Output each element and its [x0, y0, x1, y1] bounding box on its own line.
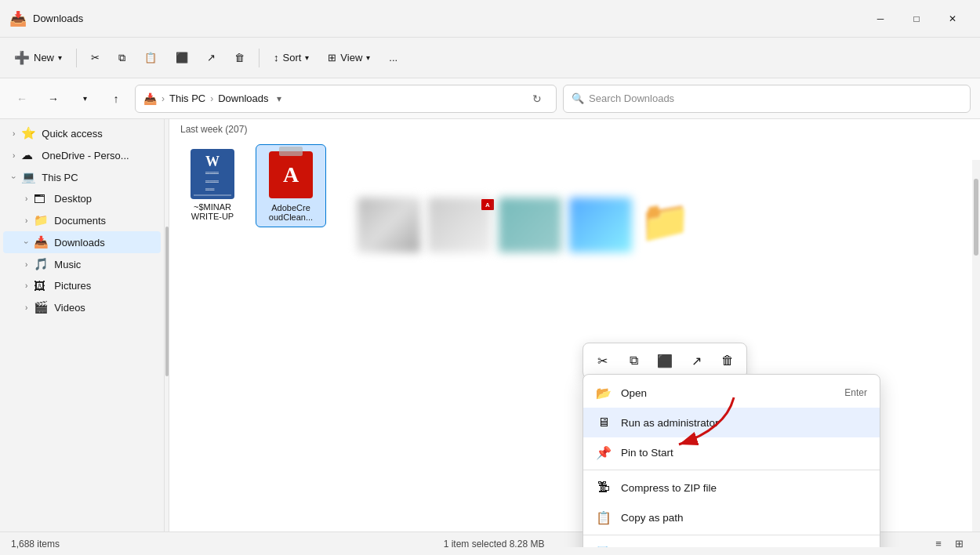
move-button[interactable]: ⬛ — [168, 44, 196, 72]
view-label: View — [340, 52, 362, 63]
maximize-button[interactable]: □ — [898, 0, 935, 38]
more-button[interactable]: ... — [381, 44, 405, 72]
blurred-item-3 — [499, 198, 561, 252]
file-grid: W ════════ ~$MINAR WRITE-UP A — [169, 136, 980, 235]
context-menu-divider-2 — [583, 535, 880, 535]
sidebar-item-pictures[interactable]: › 🖼 Pictures — [3, 275, 161, 296]
context-menu-item-open[interactable]: 📂 Open Enter — [583, 378, 880, 408]
main-layout: › ⭐ Quick access › ☁ OneDrive - Perso...… — [0, 119, 980, 547]
context-menu: 📂 Open Enter 🖥 Run as administrator 📌 Pi… — [583, 374, 880, 547]
sidebar-label-this-pc: This PC — [42, 172, 78, 183]
new-icon: ➕ — [14, 50, 30, 65]
sidebar-label-quick-access: Quick access — [42, 128, 102, 140]
toolbar-separator-2 — [259, 49, 260, 67]
sidebar-item-videos[interactable]: › 🎬 Videos — [3, 296, 161, 318]
addressbar-chevron-icon[interactable]: ▾ — [277, 93, 281, 104]
open-label: Open — [621, 387, 835, 399]
sidebar-item-downloads[interactable]: › 📥 Downloads — [3, 231, 161, 253]
sidebar-item-music[interactable]: › 🎵 Music — [3, 253, 161, 275]
content-scroll-thumb[interactable] — [974, 179, 978, 256]
move-icon: ⬛ — [176, 52, 188, 63]
search-bar[interactable]: 🔍 Search Downloads — [563, 85, 971, 113]
expand-arrow-icon: › — [25, 260, 27, 269]
view-chevron-icon: ▾ — [366, 53, 370, 62]
grid-view-button[interactable]: ⊞ — [949, 534, 969, 554]
copy-as-path-label: Copy as path — [621, 512, 867, 524]
this-pc-icon: 💻 — [21, 170, 37, 184]
sidebar-scroll-thumb[interactable] — [165, 227, 169, 376]
word-icon: W ════════ — [191, 149, 234, 199]
paste-button[interactable]: 📋 — [136, 44, 165, 72]
breadcrumb-this-pc[interactable]: This PC — [169, 92, 205, 104]
context-menu-item-copy-as-path[interactable]: 📋 Copy as path — [583, 502, 880, 532]
run-as-admin-icon: 🖥 — [596, 415, 612, 430]
expand-arrow-icon: › — [25, 281, 27, 290]
sidebar-item-this-pc[interactable]: › 💻 This PC — [3, 166, 161, 188]
ctx-cut-button[interactable]: ✂ — [590, 348, 615, 373]
delete-button[interactable]: 🗑 — [227, 44, 252, 72]
sidebar-item-onedrive[interactable]: › ☁ OneDrive - Perso... — [3, 144, 161, 166]
view-button[interactable]: ⊞ View ▾ — [320, 44, 378, 72]
context-menu-item-compress-zip[interactable]: 🗜 Compress to ZIP file — [583, 473, 880, 502]
new-button[interactable]: ➕ New ▾ — [6, 44, 70, 72]
titlebar: 📥 Downloads ─ □ ✕ — [0, 0, 980, 38]
statusbar-selected-info: 1 item selected 8.28 MB — [444, 539, 545, 550]
ctx-copy-button[interactable]: ⧉ — [621, 348, 646, 373]
content-scrollbar[interactable] — [972, 160, 980, 542]
copy-button[interactable]: ⧉ — [111, 44, 133, 72]
toolbar-separator-1 — [76, 49, 77, 67]
documents-icon: 📁 — [34, 213, 49, 227]
back-button[interactable]: ← — [9, 86, 34, 111]
properties-label: Properties — [621, 547, 818, 548]
sort-label: Sort — [283, 52, 302, 63]
sidebar-item-desktop[interactable]: › 🗔 Desktop — [3, 188, 161, 209]
new-chevron-icon: ▾ — [58, 53, 62, 62]
ctx-move-button[interactable]: ⬛ — [652, 348, 677, 373]
context-menu-item-run-as-admin[interactable]: 🖥 Run as administrator — [583, 408, 880, 437]
onedrive-icon: ☁ — [21, 148, 37, 162]
list-item[interactable]: A AdobeCre oudClean... — [256, 144, 326, 227]
expand-arrow-icon: › — [25, 194, 27, 203]
minimize-button[interactable]: ─ — [862, 0, 898, 38]
sort-button[interactable]: ↕ Sort ▾ — [266, 44, 317, 72]
ctx-delete-button[interactable]: 🗑 — [715, 348, 740, 373]
toolbar: ➕ New ▾ ✂ ⧉ 📋 ⬛ ↗ 🗑 ↕ Sort ▾ ⊞ View ▾ ..… — [0, 38, 980, 78]
share-button[interactable]: ↗ — [199, 44, 223, 72]
search-icon: 🔍 — [572, 92, 584, 104]
file-name: AdobeCre oudClean... — [261, 203, 321, 222]
sort-icon: ↕ — [274, 52, 279, 63]
address-bar[interactable]: 📥 › This PC › Downloads ▾ ↻ — [135, 85, 557, 113]
list-view-button[interactable]: ≡ — [928, 534, 949, 554]
expand-arrow-icon: › — [13, 129, 15, 138]
sidebar-item-quick-access[interactable]: › ⭐ Quick access — [3, 122, 161, 144]
addressbar-row: ← → ▾ ↑ 📥 › This PC › Downloads ▾ ↻ 🔍 Se… — [0, 78, 980, 119]
context-menu-item-pin-to-start[interactable]: 📌 Pin to Start — [583, 437, 880, 467]
sidebar-label-downloads: Downloads — [54, 237, 104, 248]
adobe-thumb: A — [266, 150, 316, 200]
pin-to-start-icon: 📌 — [596, 444, 612, 460]
breadcrumb-separator-2: › — [210, 93, 213, 104]
section-label: Last week (207) — [169, 119, 980, 136]
paste-icon: 📋 — [144, 52, 157, 63]
blurred-items-row: A 📁 — [358, 198, 691, 252]
sidebar-label-pictures: Pictures — [54, 280, 91, 292]
ctx-share-button[interactable]: ↗ — [684, 348, 709, 373]
sidebar: › ⭐ Quick access › ☁ OneDrive - Perso...… — [0, 119, 165, 547]
desktop-icon: 🗔 — [34, 192, 49, 205]
expand-arrow-icon: › — [13, 151, 15, 160]
list-item[interactable]: W ════════ ~$MINAR WRITE-UP — [177, 144, 248, 227]
compress-zip-label: Compress to ZIP file — [621, 482, 867, 494]
quick-access-icon: ⭐ — [21, 126, 37, 140]
recent-button[interactable]: ▾ — [72, 86, 97, 111]
refresh-button[interactable]: ↻ — [526, 88, 548, 110]
sidebar-item-documents[interactable]: › 📁 Documents — [3, 209, 161, 231]
cut-button[interactable]: ✂ — [83, 44, 107, 72]
breadcrumb-downloads[interactable]: Downloads — [218, 92, 268, 104]
up-button[interactable]: ↑ — [103, 86, 129, 111]
expand-arrow-icon: › — [25, 216, 27, 225]
context-menu-item-properties[interactable]: 📄 Properties Alt+Enter — [583, 538, 880, 547]
sort-chevron-icon: ▾ — [305, 53, 309, 62]
forward-button[interactable]: → — [41, 86, 66, 111]
sidebar-label-desktop: Desktop — [54, 193, 92, 205]
close-button[interactable]: ✕ — [935, 0, 971, 38]
